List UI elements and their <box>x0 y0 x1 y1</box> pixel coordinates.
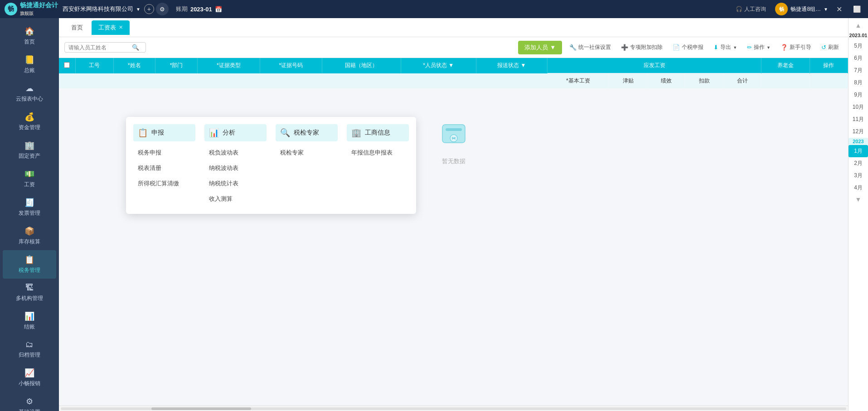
sidebar-item-archive[interactable]: 🗂 归档管理 <box>3 335 56 363</box>
sidebar-label-settle: 结账 <box>24 323 35 331</box>
tab-bar: 首页 工资表 ✕ <box>59 18 848 37</box>
month-12[interactable]: 12月 <box>849 126 868 138</box>
month-4[interactable]: 4月 <box>849 182 868 194</box>
th-cert-type: *证据类型 <box>197 58 260 73</box>
th-pension-sub <box>761 73 810 89</box>
scroll-thumb[interactable] <box>151 407 251 410</box>
new-guide-btn[interactable]: ❓ 新手引导 <box>777 42 815 53</box>
report-icon: 📈 <box>24 368 34 378</box>
sidebar-item-report[interactable]: 📈 小畅报销 <box>3 363 56 392</box>
company-selector[interactable]: 西安虾米网络科技有限公司 ▼ <box>59 3 144 15</box>
month-2[interactable]: 2月 <box>849 157 868 169</box>
period-info: 账期 2023-01 📅 <box>176 5 222 13</box>
export-btn[interactable]: ⬇ 导出 ▼ <box>710 42 741 53</box>
th-cert-no: *证据号码 <box>260 58 322 73</box>
sidebar-item-multi[interactable]: 🏗 多机构管理 <box>3 279 56 307</box>
bottom-scrollbar[interactable] <box>59 406 848 411</box>
month-5[interactable]: 5月 <box>849 40 868 52</box>
sidebar-label-archive: 归档管理 <box>19 351 40 359</box>
social-setting-btn[interactable]: 🔧 统一社保设置 <box>566 42 615 53</box>
search-input[interactable] <box>68 44 132 51</box>
annual-report-menu-item[interactable]: 年报信息申报表 <box>347 145 409 160</box>
th-empty <box>59 73 547 89</box>
th-checkbox[interactable] <box>59 58 75 73</box>
search-icon: 🔍 <box>132 44 139 51</box>
income-calc-menu-item[interactable]: 所得税汇算清缴 <box>133 176 195 191</box>
user-chevron-icon: ▼ <box>824 7 828 12</box>
month-7[interactable]: 7月 <box>849 64 868 77</box>
help-btn[interactable]: 🎧 人工咨询 <box>732 4 770 15</box>
window-restore-button[interactable]: ⬜ <box>850 5 863 13</box>
tax-burden-menu-item[interactable]: 税负波动表 <box>204 145 267 160</box>
tax-declare-menu-item[interactable]: 税务申报 <box>133 145 195 160</box>
settle-icon: 📊 <box>24 311 34 321</box>
operate-label: 操作 <box>754 44 765 51</box>
svg-rect-1 <box>446 128 462 131</box>
right-nav-down-arrow[interactable]: ▼ <box>853 194 863 205</box>
operate-btn[interactable]: ✏ 操作 ▼ <box>743 42 774 53</box>
sidebar-item-ledger[interactable]: 📒 总账 <box>3 50 56 79</box>
sidebar-item-settle[interactable]: 📊 结账 <box>3 307 56 335</box>
logo: 畅 畅捷通好会计 旗舰版 <box>5 1 59 17</box>
tax-pay-menu-item[interactable]: 纳税波动表 <box>204 160 267 176</box>
sidebar-item-inventory[interactable]: 📦 库存核算 <box>3 222 56 250</box>
month-8[interactable]: 8月 <box>849 77 868 89</box>
sidebar-item-base[interactable]: ⚙ 基础设置 <box>3 392 56 411</box>
month-1[interactable]: 1月 <box>849 145 868 157</box>
sidebar-item-tax[interactable]: 📋 税务管理 <box>3 250 56 279</box>
add-company-button[interactable]: + <box>144 4 154 14</box>
th-dept: *部门 <box>155 58 198 73</box>
sidebar-item-cloud[interactable]: ☁ 云报表中心 <box>3 79 56 107</box>
assets-icon: 🏢 <box>24 140 34 150</box>
tax-declare-btn[interactable]: 📄 个税申报 <box>669 42 707 53</box>
toolbar-actions: 🔧 统一社保设置 ➕ 专项附加扣除 📄 个税申报 ⬇ 导出 ▼ ✏ <box>566 42 843 53</box>
home-icon: 🏠 <box>24 26 34 36</box>
th-status: *人员状态 ▼ <box>401 58 476 73</box>
logo-icon: 畅 <box>5 3 17 15</box>
user-menu[interactable]: 畅 畅捷通8组… ▼ <box>775 3 828 15</box>
tax-table-menu-item[interactable]: 税表清册 <box>133 160 195 176</box>
add-person-button[interactable]: 添加人员 ▼ <box>518 41 562 54</box>
sidebar-item-finance[interactable]: 💰 资金管理 <box>3 107 56 136</box>
year-label-2023: 2023 <box>849 138 868 145</box>
right-nav-up-arrow[interactable]: ▲ <box>853 20 863 31</box>
month-3[interactable]: 3月 <box>849 169 868 182</box>
income-calc2-menu-item[interactable]: 收入测算 <box>204 191 267 207</box>
select-all-checkbox[interactable] <box>64 62 70 68</box>
section-title-biz: 工商信息 <box>365 129 390 137</box>
special-deduction-btn[interactable]: ➕ 专项附加扣除 <box>617 42 666 53</box>
refresh-label: 刷新 <box>828 44 839 51</box>
tab-home[interactable]: 首页 <box>64 20 90 35</box>
tab-close-icon[interactable]: ✕ <box>119 24 123 30</box>
tax-expert-menu-item[interactable]: 税检专家 <box>276 145 338 160</box>
sidebar-item-wages[interactable]: 💵 工资 <box>3 164 56 193</box>
refresh-icon: ↺ <box>821 44 826 51</box>
tax-stat-menu-item[interactable]: 纳税统计表 <box>204 176 267 191</box>
section-title-shenbo: 申报 <box>151 129 164 137</box>
tab-wages[interactable]: 工资表 ✕ <box>92 20 130 35</box>
section-title-analysis: 分析 <box>223 129 235 137</box>
section-header-shenbo: 📋 申报 <box>133 124 195 141</box>
window-close-button[interactable]: ✕ <box>834 5 845 14</box>
top-bar-right: 🎧 人工咨询 畅 畅捷通8组… ▼ ✕ ⬜ <box>732 3 863 15</box>
settings-icon-btn[interactable]: ⚙ <box>156 3 169 15</box>
top-bar: 畅 畅捷通好会计 旗舰版 西安虾米网络科技有限公司 ▼ + ⚙ 账期 2023-… <box>0 0 868 18</box>
ledger-icon: 📒 <box>24 55 34 65</box>
logo-title: 畅捷通好会计 <box>20 1 58 10</box>
sidebar-label-ledger: 总账 <box>24 67 35 74</box>
base-icon: ⚙ <box>26 396 33 406</box>
sidebar-item-home[interactable]: 🏠 首页 <box>3 22 56 50</box>
dropdown-section-expert: 🔍 税检专家 税检专家 <box>276 124 338 207</box>
sidebar-item-invoice[interactable]: 🧾 发票管理 <box>3 193 56 222</box>
expert-icon: 🔍 <box>280 128 290 138</box>
month-10[interactable]: 10月 <box>849 101 868 113</box>
month-6[interactable]: 6月 <box>849 52 868 64</box>
logo-sub: 旗舰版 <box>20 10 58 17</box>
dropdown-section-biz: 🏢 工商信息 年报信息申报表 <box>347 124 409 207</box>
refresh-btn[interactable]: ↺ 刷新 <box>818 42 843 53</box>
month-11[interactable]: 11月 <box>849 113 868 126</box>
empty-illustration <box>436 116 472 152</box>
month-9[interactable]: 9月 <box>849 89 868 101</box>
calendar-icon[interactable]: 📅 <box>215 6 222 13</box>
sidebar-item-assets[interactable]: 🏢 固定资产 <box>3 136 56 164</box>
